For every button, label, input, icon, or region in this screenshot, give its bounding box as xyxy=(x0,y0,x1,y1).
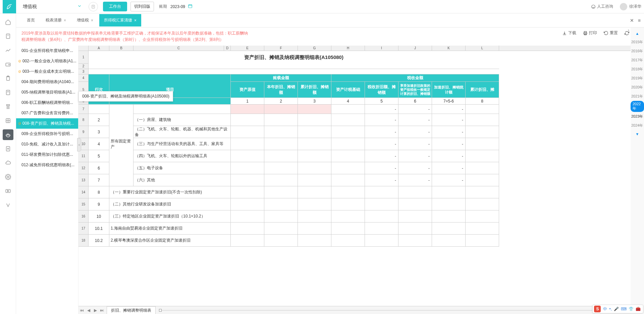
tax-type-label[interactable]: 增值税 xyxy=(23,4,37,10)
user-name: 徐泽华 xyxy=(629,4,641,9)
consult-link[interactable]: 人工咨询 xyxy=(591,4,613,9)
period-value[interactable]: 2023-09 xyxy=(170,4,185,9)
avatar xyxy=(620,3,627,10)
period-label: 账期 xyxy=(159,4,167,9)
svg-rect-3 xyxy=(189,5,192,8)
switch-old-button[interactable]: 切到旧版 xyxy=(130,2,154,11)
history-icon[interactable] xyxy=(89,2,98,11)
svg-point-7 xyxy=(592,5,595,8)
calendar-icon[interactable] xyxy=(188,4,193,9)
app-logo[interactable] xyxy=(3,0,16,13)
topbar: 增值税 工作台 切到旧版 账期 2023-09 人工咨询 徐泽华 xyxy=(0,0,644,13)
chevron-down-icon[interactable] xyxy=(77,4,82,9)
user-menu[interactable]: 徐泽华 xyxy=(620,3,641,10)
workbench-button[interactable]: 工作台 xyxy=(103,2,127,11)
consult-label: 人工咨询 xyxy=(597,4,613,9)
